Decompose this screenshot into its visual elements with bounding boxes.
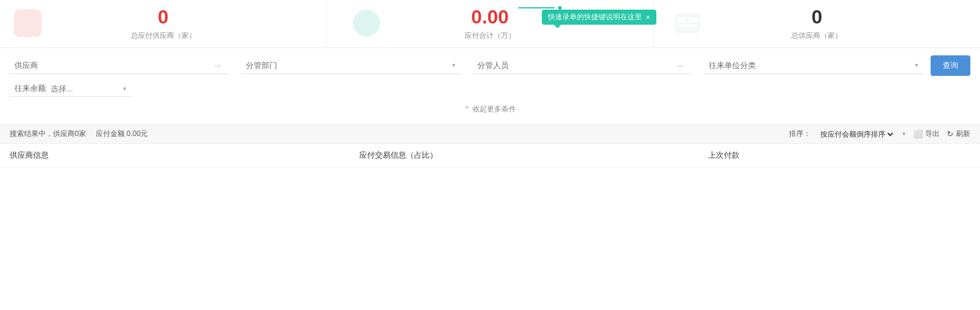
filter-department-label: 分管部门 — [246, 60, 277, 71]
refresh-label: 刷新 — [956, 129, 970, 139]
tooltip-bubble: 快速录单的快捷键说明在这里 × — [542, 10, 656, 25]
filter-person-input[interactable] — [514, 61, 674, 70]
filter-person-label: 分管人员 — [477, 60, 509, 71]
stat-payable-total: 米 快速录单的快捷键说明在这里 × 0.00 应付合计（万） — [327, 0, 653, 48]
filter-unit-category-input[interactable] — [761, 61, 915, 70]
sort-dropdown-icon: ▾ — [902, 130, 906, 138]
export-icon: ⬜ — [913, 129, 923, 138]
filter-department: 分管部门 ▾ — [241, 58, 460, 74]
svg-rect-4 — [676, 13, 700, 33]
export-label: 导出 — [925, 129, 940, 139]
collapse-icon: ⌃ — [464, 105, 470, 114]
filter-person-more[interactable]: ··· — [674, 60, 687, 71]
filter-person: 分管人员 ··· — [473, 58, 692, 74]
stat-number-payable-suppliers: 0 — [158, 7, 169, 28]
results-suppliers-count: 搜索结果中，供应商0家 — [10, 129, 86, 139]
filter-balance-dropdown-icon[interactable]: ▾ — [123, 85, 127, 93]
filter-section: 供应商 ··· 分管部门 ▾ 分管人员 ··· 往来单位分类 ▾ 查询 — [0, 48, 980, 125]
results-actions: 排序： 按应付会额倒序排序 ▾ ⬜ 导出 ↻ 刷新 — [789, 129, 970, 139]
stats-bar: Rx 0 总应付供应商（家） 米 快速录单的快捷键说明在这里 × — [0, 0, 980, 48]
refresh-icon: ↻ — [947, 129, 953, 138]
results-bar: 搜索结果中，供应商0家 应付金额 0.00元 排序： 按应付会额倒序排序 ▾ ⬜… — [0, 125, 980, 144]
filter-supplier: 供应商 ··· — [10, 58, 229, 74]
filter-supplier-label: 供应商 — [14, 60, 39, 71]
stat-label-total-suppliers: 总供应商（家） — [791, 31, 842, 41]
col-header-transaction: 应付交易信息（占比） — [359, 150, 709, 161]
svg-text:Rx: Rx — [20, 15, 37, 30]
table-body — [0, 167, 980, 310]
table-header: 供应商信息 应付交易信息（占比） 上次付款 — [0, 144, 980, 167]
refresh-button[interactable]: ↻ 刷新 — [947, 129, 970, 139]
export-button[interactable]: ⬜ 导出 — [913, 129, 940, 139]
svg-rect-6 — [689, 17, 697, 22]
tooltip-line — [518, 7, 554, 8]
filter-supplier-more[interactable]: ··· — [211, 60, 224, 71]
svg-rect-5 — [678, 17, 686, 22]
collapse-bar: ⌃ 收起更多条件 — [10, 102, 970, 119]
tooltip-text: 快速录单的快捷键说明在这里 — [548, 12, 642, 22]
filter-unit-category: 往来单位分类 ▾ — [704, 58, 923, 74]
filter-row-1: 供应商 ··· 分管部门 ▾ 分管人员 ··· 往来单位分类 ▾ 查询 — [10, 55, 970, 76]
filter-supplier-input[interactable] — [43, 61, 211, 70]
filter-unit-category-label: 往来单位分类 — [709, 60, 756, 71]
collapse-label: 收起更多条件 — [473, 104, 516, 114]
col-header-supplier-info: 供应商信息 — [10, 150, 359, 161]
sort-label: 排序： — [789, 129, 811, 139]
svg-rect-7 — [678, 24, 697, 26]
results-info: 搜索结果中，供应商0家 应付金额 0.00元 — [10, 129, 148, 139]
filter-balance-input[interactable] — [51, 84, 123, 93]
filter-unit-category-dropdown-icon[interactable]: ▾ — [915, 61, 919, 69]
filter-department-dropdown-icon[interactable]: ▾ — [452, 61, 456, 69]
filter-balance-label: 往来余额 — [14, 83, 46, 94]
stat-total-payable-suppliers: Rx 0 总应付供应商（家） — [0, 0, 327, 48]
col-header-last-payment: 上次付款 — [708, 150, 970, 161]
collapse-button[interactable]: ⌃ 收起更多条件 — [464, 104, 516, 114]
query-button[interactable]: 查询 — [931, 55, 970, 76]
sort-select[interactable]: 按应付会额倒序排序 — [818, 129, 895, 139]
filter-row-2: 往来余额 ▾ — [10, 81, 970, 97]
stat-number-total-suppliers: 0 — [811, 7, 822, 28]
filter-balance: 往来余额 ▾ — [10, 81, 131, 97]
svg-text:米: 米 — [359, 14, 374, 31]
tooltip-close-button[interactable]: × — [645, 13, 650, 21]
filter-department-input[interactable] — [282, 61, 452, 70]
stat-total-suppliers: 0 总供应商（家） — [654, 0, 980, 48]
results-payable-amount: 应付金额 0.00元 — [96, 129, 148, 139]
stat-number-payable-total: 0.00 — [471, 7, 509, 28]
stat-label-payable-suppliers: 总应付供应商（家） — [131, 31, 196, 41]
stat-label-payable-total: 应付合计（万） — [465, 31, 515, 41]
